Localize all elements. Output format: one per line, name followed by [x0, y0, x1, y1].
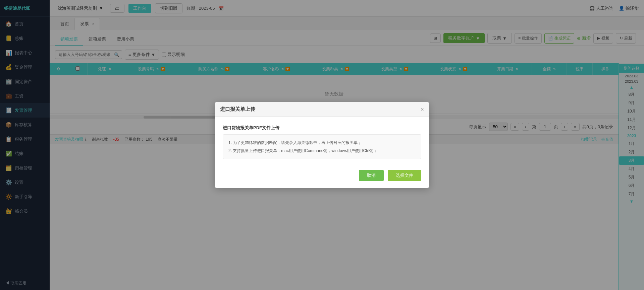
- import-customs-modal: 进口报关单上传 × 进口货物报关单PDF文件上传 1. 为了更加稀准的数据匹配，…: [215, 102, 429, 188]
- modal-notice-line-2: 2. 支持批量上传进口报关单，mac用户使用Command键，windows用户…: [228, 147, 416, 155]
- modal-notice: 1. 为了更加稀准的数据匹配，请先录入海关缴款书，再上传对应的报关单； 2. 支…: [223, 134, 421, 159]
- modal-header: 进口报关单上传 ×: [215, 102, 429, 117]
- modal-title: 进口报关单上传: [220, 106, 255, 113]
- modal-body: 进口货物报关单PDF文件上传 1. 为了更加稀准的数据匹配，请先录入海关缴款书，…: [215, 117, 429, 164]
- modal-overlay[interactable]: 进口报关单上传 × 进口货物报关单PDF文件上传 1. 为了更加稀准的数据匹配，…: [0, 0, 644, 290]
- modal-section-title: 进口货物报关单PDF文件上传: [223, 125, 421, 131]
- modal-footer: 取消 选择文件: [215, 164, 429, 188]
- modal-notice-line-1: 1. 为了更加稀准的数据匹配，请先录入海关缴款书，再上传对应的报关单；: [228, 139, 416, 147]
- modal-cancel-button[interactable]: 取消: [359, 170, 384, 181]
- modal-select-file-button[interactable]: 选择文件: [388, 170, 421, 181]
- modal-close-button[interactable]: ×: [420, 106, 424, 113]
